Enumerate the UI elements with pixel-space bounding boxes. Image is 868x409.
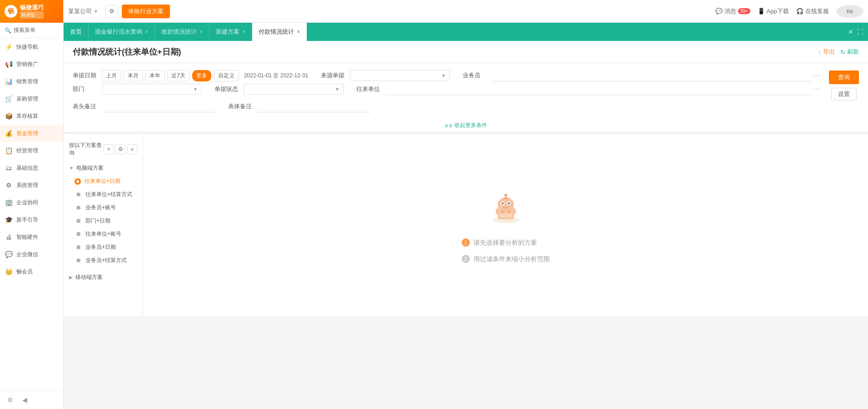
guide-label: 新手引导 bbox=[16, 216, 38, 224]
scheme-panel: 按以下方案查询 + ⚙ « ▼ 电脑端方案 往来单位+日期 bbox=[64, 134, 143, 316]
search-label: 搜索菜单 bbox=[14, 26, 35, 34]
date-btn-custom[interactable]: 自定义 bbox=[214, 70, 239, 81]
scheme-settings-btn[interactable]: ⚙ bbox=[115, 144, 125, 154]
sidebar-item-finance[interactable]: 💰 资金管理 bbox=[0, 125, 63, 142]
mobile-section-header[interactable]: ▶ 移动端方案 bbox=[64, 271, 143, 284]
sidebar-item-member[interactable]: 👑 畅会员 bbox=[0, 263, 63, 280]
empty-step-1: 1 请先选择要分析的方案 bbox=[462, 236, 550, 249]
date-btn-7days[interactable]: 近7天 bbox=[167, 70, 190, 81]
scheme-item-icon-dept-date: ⊞ bbox=[75, 217, 82, 225]
sidebar-item-hardware[interactable]: 🖨 智能硬件 bbox=[0, 228, 63, 246]
scheme-item-label-dept-date: 部门+日期 bbox=[85, 217, 110, 225]
source-voucher-label: 来源单据 bbox=[321, 71, 346, 80]
logo-subtitle: 标准版 bbox=[20, 11, 44, 19]
scheme-item-salesperson-date[interactable]: ⊞ 业务员+日期 bbox=[64, 241, 143, 254]
filter-row-1: 单据日期 上月 本月 本年 近7天 更多 自定义 2022-01-01 至 20… bbox=[73, 70, 822, 81]
tab-label-new-scheme: 新建方案 bbox=[216, 28, 239, 36]
salesperson-field: ··· bbox=[492, 70, 822, 81]
tab-close-receipt-stats[interactable]: × bbox=[200, 29, 203, 35]
inventory-label: 库存核算 bbox=[16, 112, 38, 120]
sidebar-search[interactable]: 🔍 搜索菜单 bbox=[0, 23, 63, 38]
scheme-item-icon-salesperson-date: ⊞ bbox=[75, 244, 82, 251]
trial-btn[interactable]: 体验行业方案 bbox=[122, 5, 170, 18]
service-label: 在线客服 bbox=[805, 7, 829, 15]
settings-footer-icon[interactable]: ⚙ bbox=[5, 394, 15, 405]
svg-point-11 bbox=[508, 202, 510, 204]
collapse-btn[interactable]: ∧∧ 收起更多条件 bbox=[444, 121, 487, 129]
tab-close-bank-flow[interactable]: × bbox=[145, 29, 148, 35]
scheme-item-label-partner-account: 往来单位+账号 bbox=[85, 230, 121, 238]
collapse-sidebar-icon[interactable]: ◀ bbox=[19, 394, 30, 405]
sidebar-item-operations[interactable]: 📋 经营管理 bbox=[0, 142, 63, 159]
sidebar-item-guide[interactable]: 🎓 新手引导 bbox=[0, 211, 63, 228]
sidebar-item-purchase[interactable]: 🛒 采购管理 bbox=[0, 90, 63, 107]
quick-nav-icon: ⚡ bbox=[5, 43, 13, 51]
app-download-btn[interactable]: 📱 App下载 bbox=[758, 7, 789, 15]
sidebar-item-system[interactable]: ⚙ 系统管理 bbox=[0, 177, 63, 194]
tab-label-home: 首页 bbox=[70, 28, 82, 36]
partner-input[interactable] bbox=[385, 83, 811, 95]
sidebar-item-cooperation[interactable]: 🏢 企业协同 bbox=[0, 194, 63, 211]
close-window-btn[interactable]: ✕ bbox=[848, 28, 853, 35]
date-btn-last-month[interactable]: 上月 bbox=[102, 70, 121, 81]
desktop-section-header[interactable]: ▼ 电脑端方案 bbox=[64, 162, 143, 175]
tab-receipt-stats[interactable]: 收款情况统计× bbox=[155, 23, 210, 41]
voucher-status-select[interactable]: ▾ bbox=[244, 84, 344, 95]
sidebar-item-quick-nav[interactable]: ⚡ 快捷导航 bbox=[0, 38, 63, 56]
operations-icon: 📋 bbox=[5, 146, 13, 155]
step1-num: 1 bbox=[462, 238, 470, 247]
body-note-input[interactable] bbox=[257, 101, 371, 112]
tab-close-payment-stats[interactable]: × bbox=[297, 29, 300, 35]
department-select[interactable]: ▾ bbox=[102, 84, 202, 95]
query-btn[interactable]: 查询 bbox=[829, 71, 859, 84]
finance-label: 资金管理 bbox=[16, 130, 38, 137]
company-dropdown-icon[interactable]: ▾ bbox=[95, 8, 97, 15]
svg-point-7 bbox=[498, 197, 514, 211]
sidebar-item-inventory[interactable]: 📦 库存核算 bbox=[0, 107, 63, 125]
scheme-item-salesperson-account[interactable]: ⊞ 业务员+账号 bbox=[64, 201, 143, 214]
refresh-btn[interactable]: ↻ 刷新 bbox=[840, 48, 859, 56]
step2-num: 2 bbox=[462, 255, 470, 263]
scheme-item-partner-date[interactable]: 往来单位+日期 bbox=[64, 175, 143, 188]
sidebar-item-marketing[interactable]: 📢 营销推广 bbox=[0, 56, 63, 73]
messages-btn[interactable]: 💬 消息 99+ bbox=[715, 7, 750, 15]
tab-close-new-scheme[interactable]: × bbox=[242, 29, 245, 35]
collapse-icon: ∧∧ bbox=[444, 122, 453, 129]
page-title: 付款情况统计(往来单位+日期) bbox=[73, 46, 181, 57]
date-btn-more[interactable]: 更多 bbox=[192, 70, 211, 81]
filter-right-btns: 查询 设置 bbox=[822, 70, 859, 101]
service-btn[interactable]: 🎧 在线客服 bbox=[796, 7, 829, 15]
add-scheme-btn[interactable]: + bbox=[104, 144, 114, 154]
header-note-input[interactable] bbox=[102, 101, 215, 112]
scheme-item-salesperson-settlement[interactable]: ⊞ 业务员+结算方式 bbox=[64, 254, 143, 267]
scheme-item-partner-settlement[interactable]: ⊞ 往来单位+结算方式 bbox=[64, 188, 143, 201]
date-btn-this-month[interactable]: 本月 bbox=[124, 70, 143, 81]
maximize-window-btn[interactable]: ⛶ bbox=[857, 28, 863, 35]
tab-payment-stats[interactable]: 付款情况统计× bbox=[252, 23, 307, 41]
source-voucher-select[interactable]: ▾ bbox=[350, 70, 450, 81]
date-btn-this-year[interactable]: 本年 bbox=[145, 70, 165, 81]
member-icon: 👑 bbox=[5, 268, 13, 276]
collapse-area: ∧∧ 收起更多条件 bbox=[73, 118, 859, 132]
sidebar-nav: ⚡ 快捷导航 📢 营销推广 📊 销售管理 🛒 采购管理 📦 库存核算 💰 资金管… bbox=[0, 38, 63, 280]
nav-settings-btn[interactable]: ⚙ bbox=[105, 5, 118, 18]
scheme-collapse-btn[interactable]: « bbox=[127, 144, 137, 154]
scheme-radio-active bbox=[75, 178, 81, 185]
filter-settings-btn[interactable]: 设置 bbox=[831, 88, 857, 101]
sidebar-item-sales[interactable]: 📊 销售管理 bbox=[0, 73, 63, 90]
message-icon: 💬 bbox=[715, 8, 723, 15]
sidebar-item-wechat[interactable]: 💬 企业微信 bbox=[0, 246, 63, 263]
salesperson-more-btn[interactable]: ··· bbox=[813, 71, 822, 80]
sidebar-footer: ⚙ ◀ bbox=[0, 390, 63, 409]
salesperson-input[interactable] bbox=[492, 70, 811, 81]
sidebar-item-basic-info[interactable]: 🗂 基础信息 bbox=[0, 159, 63, 177]
tab-new-scheme[interactable]: 新建方案× bbox=[210, 23, 252, 41]
export-btn[interactable]: ↑ 导出 bbox=[818, 48, 835, 56]
tab-bank-flow[interactable]: 现金银行流水查询× bbox=[89, 23, 155, 41]
tab-home[interactable]: 首页 bbox=[64, 23, 89, 41]
scheme-item-dept-date[interactable]: ⊞ 部门+日期 bbox=[64, 214, 143, 227]
partner-more-btn[interactable]: ··· bbox=[813, 85, 822, 93]
scheme-item-icon-partner-settlement: ⊞ bbox=[75, 191, 82, 198]
scheme-item-partner-account[interactable]: ⊞ 往来单位+账号 bbox=[64, 227, 143, 241]
user-avatar[interactable]: Rit bbox=[836, 5, 863, 18]
